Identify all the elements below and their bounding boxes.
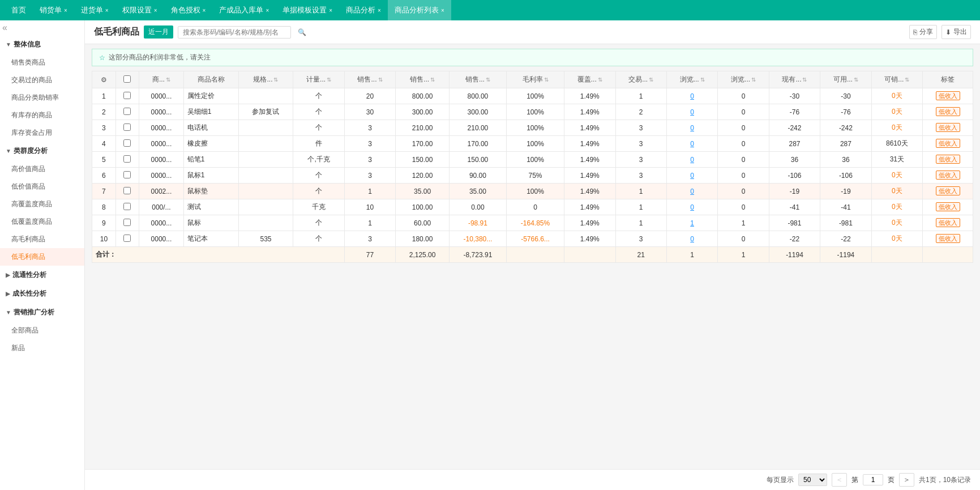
- cell-browse1[interactable]: 0: [666, 184, 717, 199]
- nav-purchase-order-close[interactable]: ×: [105, 7, 109, 14]
- col-sales3[interactable]: 销售...⇅: [449, 71, 506, 88]
- search-icon[interactable]: 🔍: [298, 28, 306, 36]
- col-sales2[interactable]: 销售...⇅: [396, 71, 450, 88]
- sidebar-item-high-coverage[interactable]: 高覆盖度商品: [0, 195, 84, 213]
- prev-page-btn[interactable]: ＜: [832, 473, 847, 487]
- sidebar-item-category-rate[interactable]: 商品分类助销率: [0, 89, 84, 106]
- cell-unit: 个: [293, 231, 344, 247]
- nav-goods-analysis-list[interactable]: 商品分析列表 ×: [388, 0, 451, 20]
- nav-purchase-order[interactable]: 进货单 ×: [74, 0, 115, 20]
- cell-sales1: 30: [344, 104, 395, 120]
- sidebar-group-flow[interactable]: ▶ 流通性分析: [0, 266, 84, 284]
- cell-checkbox[interactable]: [115, 199, 139, 215]
- nav-goods-analysis-list-close[interactable]: ×: [441, 7, 444, 14]
- cell-checkbox[interactable]: [115, 215, 139, 231]
- col-settings[interactable]: ⚙: [92, 71, 116, 88]
- col-sales1[interactable]: 销售...⇅: [344, 71, 395, 88]
- col-profit[interactable]: 毛利率⇅: [506, 71, 564, 88]
- col-unit[interactable]: 计量...⇅: [293, 71, 344, 88]
- cell-browse1[interactable]: 0: [666, 120, 717, 136]
- nav-template-setting-close[interactable]: ×: [329, 7, 332, 14]
- cell-browse1[interactable]: 0: [666, 231, 717, 247]
- col-browse1[interactable]: 浏览...⇅: [666, 71, 717, 88]
- sidebar-group-overview[interactable]: ▼ 整体信息: [0, 35, 84, 54]
- nav-sales-order-close[interactable]: ×: [64, 7, 67, 14]
- table-row: 6 0000... 鼠标1 个 3 120.00 90.00 75% 1.49%…: [92, 168, 973, 184]
- cell-unit: 个,千克: [293, 152, 344, 168]
- cell-sales2: 300.00: [396, 104, 450, 120]
- col-browse2[interactable]: 浏览...⇅: [718, 71, 769, 88]
- select-all-checkbox[interactable]: [123, 75, 131, 83]
- sidebar-item-sales-goods[interactable]: 销售类商品: [0, 54, 84, 71]
- cell-sales1: 20: [344, 88, 395, 104]
- cell-checkbox[interactable]: [115, 120, 139, 136]
- nav-goods-analysis[interactable]: 商品分析 ×: [339, 0, 388, 20]
- sidebar-item-high-profit[interactable]: 高毛利商品: [0, 231, 84, 248]
- nav-product-in-close[interactable]: ×: [266, 7, 269, 14]
- cell-checkbox[interactable]: [115, 104, 139, 120]
- sidebar-group-marketing[interactable]: ▼ 营销推广分析: [0, 303, 84, 322]
- cell-browse1[interactable]: 0: [666, 168, 717, 184]
- sidebar-group-growth[interactable]: ▶ 成长性分析: [0, 284, 84, 303]
- col-coverage[interactable]: 覆盖...⇅: [564, 71, 615, 88]
- time-filter-btn[interactable]: 近一月: [144, 25, 173, 39]
- col-checkbox[interactable]: [115, 71, 139, 88]
- col-trade[interactable]: 交易...⇅: [615, 71, 666, 88]
- sidebar-item-stock-capital[interactable]: 库存资金占用: [0, 124, 84, 142]
- cell-sales2: 210.00: [396, 120, 450, 136]
- sidebar-item-new-goods[interactable]: 新品: [0, 339, 84, 357]
- cell-sales2: 100.00: [396, 199, 450, 215]
- page-size-select[interactable]: 50 100 200: [798, 474, 827, 486]
- sidebar-item-high-value[interactable]: 高价值商品: [0, 160, 84, 178]
- cell-coverage: 1.49%: [564, 136, 615, 152]
- cell-checkbox[interactable]: [115, 152, 139, 168]
- cell-browse1[interactable]: 0: [666, 136, 717, 152]
- nav-product-in[interactable]: 产成品入库单 ×: [212, 0, 276, 20]
- share-button[interactable]: ⎘ 分享: [909, 25, 937, 39]
- sidebar-item-low-coverage[interactable]: 低覆盖度商品: [0, 213, 84, 231]
- cell-sales2: 150.00: [396, 152, 450, 168]
- cell-checkbox[interactable]: [115, 88, 139, 104]
- cell-browse1[interactable]: 1: [666, 215, 717, 231]
- sidebar-collapse-btn[interactable]: «: [0, 20, 10, 35]
- cell-checkbox[interactable]: [115, 184, 139, 199]
- cell-unit: 个: [293, 104, 344, 120]
- nav-home[interactable]: 首页: [5, 0, 33, 20]
- sidebar-item-low-profit[interactable]: 低毛利商品: [0, 248, 84, 266]
- cell-browse1[interactable]: 0: [666, 88, 717, 104]
- nav-permissions-close[interactable]: ×: [154, 7, 157, 14]
- col-code[interactable]: 商...⇅: [139, 71, 184, 88]
- next-page-btn[interactable]: ＞: [899, 473, 914, 487]
- nav-sales-order[interactable]: 销货单 ×: [33, 0, 74, 20]
- nav-template-setting[interactable]: 单据模板设置 ×: [276, 0, 339, 20]
- col-days[interactable]: 可销...⇅: [871, 71, 922, 88]
- col-stock1[interactable]: 现有...⇅: [769, 71, 820, 88]
- cell-checkbox[interactable]: [115, 136, 139, 152]
- cell-trade: 3: [615, 152, 666, 168]
- nav-role-auth[interactable]: 角色授权 ×: [164, 0, 213, 20]
- cell-browse1[interactable]: 0: [666, 152, 717, 168]
- sidebar-group-cluster[interactable]: ▼ 类群度分析: [0, 142, 84, 160]
- cell-profit: -5766.6...: [506, 231, 564, 247]
- sidebar-item-all-goods[interactable]: 全部商品: [0, 322, 84, 339]
- col-name[interactable]: 商品名称: [183, 71, 238, 88]
- search-input[interactable]: [178, 26, 291, 39]
- sidebar-item-low-value[interactable]: 低价值商品: [0, 178, 84, 195]
- col-stock2[interactable]: 可用...⇅: [820, 71, 871, 88]
- nav-role-auth-close[interactable]: ×: [203, 7, 206, 14]
- total-days: [871, 247, 922, 263]
- table-container[interactable]: ⚙ 商...⇅ 商品名称 规格...⇅ 计量...⇅ 销售...⇅ 销售...⇅…: [85, 71, 980, 469]
- cell-checkbox[interactable]: [115, 231, 139, 247]
- nav-goods-analysis-close[interactable]: ×: [378, 7, 381, 14]
- sidebar-item-in-stock[interactable]: 有库存的商品: [0, 106, 84, 124]
- export-button[interactable]: ⬇ 导出: [942, 25, 971, 39]
- page-number-input[interactable]: [863, 474, 883, 485]
- sidebar-item-traded-goods[interactable]: 交易过的商品: [0, 71, 84, 89]
- cell-checkbox[interactable]: [115, 168, 139, 184]
- nav-permissions[interactable]: 权限设置 ×: [115, 0, 164, 20]
- col-spec[interactable]: 规格...⇅: [238, 71, 293, 88]
- col-tag[interactable]: 标签: [923, 71, 973, 88]
- cell-spec: [238, 88, 293, 104]
- cell-browse1[interactable]: 0: [666, 199, 717, 215]
- cell-browse1[interactable]: 0: [666, 104, 717, 120]
